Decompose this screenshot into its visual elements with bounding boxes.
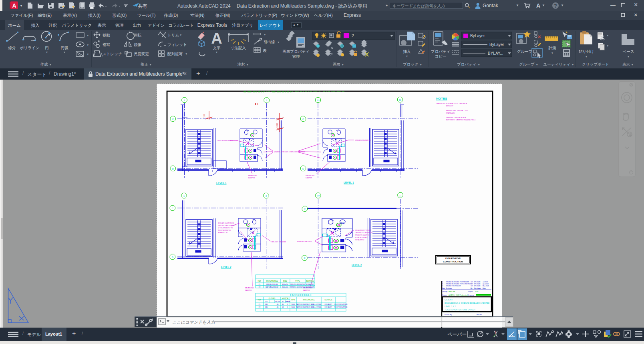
svg-text:BYLAY...: BYLAY... [488, 51, 503, 56]
svg-text:MIN.EXH. THE DIMS: MIN.EXH. THE DIMS [297, 241, 312, 242]
svg-text:By: By [471, 288, 473, 289]
svg-text:SERVICE: SERVICE [306, 280, 314, 282]
svg-text:TOILETS VENTILATIONS LAYOUT: TOILETS VENTILATIONS LAYOUT [445, 309, 475, 311]
svg-text:1000: 1000 [292, 303, 296, 305]
svg-text:寸法記入: 寸法記入 [230, 46, 246, 50]
svg-text:# MIN.EXH. THE DIMS: # MIN.EXH. THE DIMS [289, 151, 305, 153]
svg-text:D: D [172, 168, 174, 170]
svg-text:450x450: 450x450 [282, 283, 288, 285]
svg-text:SPRING MOUNTED: SPRING MOUNTED [290, 286, 305, 288]
svg-text:C: C [302, 118, 304, 120]
svg-text:MIN.EXH. THE DIMS: MIN.EXH. THE DIMS [272, 241, 286, 243]
svg-text:Jul-2009: Jul-2009 [483, 281, 488, 283]
svg-text:挿入: 挿入 [403, 49, 411, 54]
svg-text:REF: REF [258, 280, 262, 282]
svg-text:10: 10 [317, 194, 320, 197]
svg-text:A: A [536, 2, 540, 9]
svg-text:SERVICE: SERVICE [324, 299, 332, 301]
svg-text:Rev.No.: Rev.No. [477, 314, 483, 316]
svg-text:ENGINEERING & SCIENCE RESEARCH: ENGINEERING & SCIENCE RESEARCH CENTRE [445, 302, 490, 304]
svg-text:PARTCH SWINECT ABALL HV/34L: PARTCH SWINECT ABALL HV/34L [296, 306, 322, 308]
svg-text:LEVEL 2: LEVEL 2 [352, 264, 362, 266]
svg-text:GRILLE/DIFFUSER 50: GRILLE/DIFFUSER 50 [217, 140, 233, 142]
svg-text:尺度変更: 尺度変更 [134, 52, 149, 56]
svg-text:▼: ▼ [179, 34, 182, 36]
svg-text:SFD: SFD [474, 283, 477, 285]
svg-text:BALANCING: BALANCING [245, 287, 254, 289]
svg-text:ROOF MOUNTED: ROOF MOUNTED [334, 303, 348, 305]
svg-text:LEVEL 1: LEVEL 1 [216, 182, 227, 184]
svg-text:BAT VALVE BL/W: BAT VALVE BL/W [266, 286, 278, 288]
svg-text:?: ? [554, 3, 557, 9]
svg-text:▼: ▼ [87, 53, 89, 56]
svg-text:40: 40 [282, 303, 284, 305]
svg-text:120: 120 [203, 114, 205, 118]
svg-text:▼: ▼ [585, 55, 588, 58]
svg-text:ByLayer: ByLayer [470, 34, 485, 38]
svg-text:ISSUED FOR TENDER: ISSUED FOR TENDER [446, 285, 461, 287]
svg-text:F1: F1 [259, 283, 261, 285]
svg-text:#KEYWORD FLEXIBLE DUCT - BALA: #KEYWORD FLEXIBLE DUCT - BALANCE [436, 102, 467, 104]
svg-text:PARTCH SWINECT ABALL HV/34L: PARTCH SWINECT ABALL HV/34L [296, 303, 322, 305]
svg-text:Appr.: Appr. [477, 288, 481, 289]
svg-text:EXHAUST: EXHAUST [325, 306, 332, 308]
svg-text:AIRDUCT: AIRDUCT [446, 105, 453, 107]
svg-text:Rev: Rev [442, 288, 445, 289]
svg-text:グループ: グループ [517, 49, 533, 54]
svg-text:ROOF MOUNTED: ROOF MOUNTED [218, 230, 231, 231]
svg-text:▼: ▼ [184, 43, 187, 46]
svg-text:EXHAUST: EXHAUST [306, 286, 314, 288]
svg-text:BUTTERFLY DAMPER. PANASIA FBD-: BUTTERFLY DAMPER. PANASIA FBD-2. [446, 119, 476, 121]
svg-text:SFD: SFD [474, 281, 477, 283]
svg-text:3: 3 [442, 283, 443, 285]
svg-text:線分: 線分 [8, 46, 16, 50]
svg-text:ストレッチ: ストレッチ [103, 52, 122, 56]
svg-text:D: D [304, 257, 306, 259]
svg-text:プロパティ: プロパティ [431, 49, 451, 54]
svg-text:▼: ▼ [87, 44, 89, 46]
svg-text:BALANCING: BALANCING [248, 175, 257, 176]
svg-text:2: 2 [442, 285, 443, 287]
svg-text:DAMPER: DAMPER [303, 290, 310, 291]
svg-text:▼: ▼ [215, 51, 218, 54]
svg-text:1000: 1000 [292, 306, 296, 308]
svg-text:ISSUED RE-ISSUED FOR TENDER: ISSUED RE-ISSUED FOR TENDER [446, 281, 469, 283]
svg-text:AJ/ARG: AJ/ARG [449, 294, 455, 296]
svg-text:LEVEL 1: LEVEL 1 [344, 181, 354, 184]
svg-text:文字: 文字 [213, 46, 221, 50]
svg-text:D: D [172, 256, 174, 258]
svg-text:RPM: RPM [291, 299, 295, 301]
svg-text:ここにコマンドを入力: ここにコマンドを入力 [172, 320, 216, 324]
svg-text:▼: ▼ [606, 34, 609, 37]
svg-text:MIN.EXH. THE DIMS: MIN.EXH. THE DIMS [274, 151, 288, 153]
svg-text:F1: F1 [259, 303, 261, 305]
svg-text:▼: ▼ [87, 34, 89, 37]
svg-text:10: 10 [317, 99, 320, 102]
svg-text:C: C [172, 207, 174, 210]
svg-text:63: 63 [282, 306, 284, 308]
svg-text:GRILLE/DIFFUSER 50: GRILLE/DIFFUSER 50 [355, 140, 370, 141]
svg-text:引出線: 引出線 [264, 40, 275, 44]
svg-text:Project: Project [468, 290, 473, 292]
svg-text:40: 40 [277, 306, 279, 308]
svg-text:11: 11 [399, 99, 402, 101]
svg-text:CEILING MOUNTED: CEILING MOUNTED [290, 283, 305, 285]
svg-text:ポリライン: ポリライン [20, 46, 40, 50]
svg-text:Chk: Chk [474, 288, 477, 289]
svg-text:DUTIES: DUTIES [269, 298, 276, 300]
svg-text:DAMPER: DAMPER [245, 290, 252, 291]
svg-text:CEILING THROUGH LVL: CEILING THROUGH LVL [218, 225, 235, 226]
svg-text:1:50: 1:50 [475, 290, 479, 292]
svg-text:Apr-2008: Apr-2008 [483, 283, 489, 285]
svg-text:LEVEL 1 & 2: LEVEL 1 & 2 [445, 306, 456, 308]
svg-text:300x300: 300x300 [282, 286, 288, 288]
svg-text:140: 140 [265, 303, 268, 305]
svg-text:ベース: ベース [623, 49, 634, 54]
svg-text:TYPE: TYPE [295, 280, 300, 282]
svg-text:EXH.AIR DUCT FROM: EXH.AIR DUCT FROM [218, 222, 234, 224]
svg-text:ARG MF: ARG MF [449, 290, 455, 292]
svg-text:BAR: BAR [477, 283, 481, 285]
svg-text:F2: F2 [259, 286, 261, 288]
svg-text:EXHAUST F1: EXHAUST F1 [218, 232, 227, 234]
svg-text:配列複写: 配列複写 [167, 52, 183, 56]
